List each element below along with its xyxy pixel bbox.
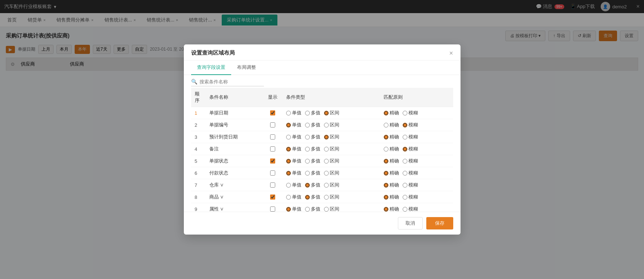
dialog-tab-layout[interactable]: 布局调整 — [231, 60, 262, 74]
dialog-close-button[interactable]: × — [449, 50, 453, 56]
dialog-tab-bar: 查询字段设置 布局调整 — [184, 60, 461, 74]
dialog-tab-layout-label: 布局调整 — [237, 64, 256, 70]
dialog-tab-query-fields[interactable]: 查询字段设置 — [191, 60, 231, 74]
dialog-title: 设置查询区域布局 — [191, 50, 235, 56]
dialog-tab-query-fields-label: 查询字段设置 — [197, 64, 225, 70]
dialog-header: 设置查询区域布局 × — [184, 44, 461, 60]
settings-dialog: 设置查询区域布局 × 查询字段设置 布局调整 🔍 顺序 — [184, 44, 461, 74]
modal-overlay: 设置查询区域布局 × 查询字段设置 布局调整 🔍 顺序 — [0, 0, 644, 74]
